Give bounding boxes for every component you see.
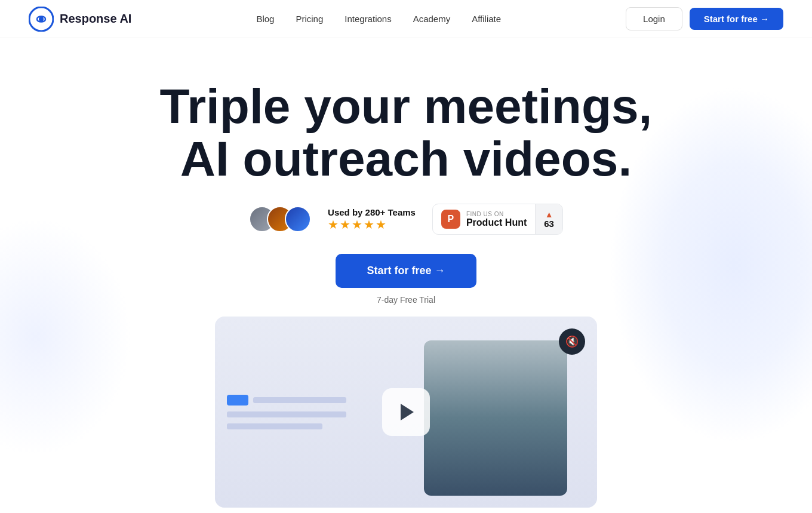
ph-votes: ▲ 63 [535, 204, 562, 234]
nav-academy[interactable]: Academy [413, 14, 451, 24]
hero-cta-button[interactable]: Start for free → [336, 254, 476, 288]
ph-name: Product Hunt [466, 217, 527, 228]
avatar [285, 206, 311, 232]
navigation: Response AI Blog Pricing Integrations Ac… [0, 0, 812, 38]
hero-headline: Triple your meetings, AI outreach videos… [137, 80, 675, 185]
svg-point-1 [39, 17, 44, 21]
cta-section: Start for free → [12, 254, 800, 288]
mute-icon: 🔇 [565, 335, 579, 348]
video-preview-wrapper: 🔇 [215, 317, 597, 508]
avatar-group [249, 206, 311, 232]
video-inner: 🔇 [215, 317, 597, 508]
trial-text: 7-day Free Trial [12, 295, 800, 305]
ph-find-us: FIND US ON [466, 211, 527, 217]
video-panel-left [227, 395, 346, 429]
start-free-button[interactable]: Start for free → [690, 8, 783, 30]
video-person-thumbnail [424, 340, 567, 496]
ph-text: FIND US ON Product Hunt [466, 211, 527, 228]
video-line [253, 397, 346, 403]
video-mute-button[interactable]: 🔇 [559, 328, 585, 355]
used-by-text: Used by 280+ Teams [328, 207, 416, 217]
ph-icon: P [441, 210, 460, 229]
logo-link[interactable]: Response AI [29, 7, 131, 32]
nav-actions: Login Start for free → [626, 7, 783, 30]
nav-blog[interactable]: Blog [256, 14, 274, 24]
video-line [227, 411, 346, 417]
hero-section: Triple your meetings, AI outreach videos… [0, 38, 812, 513]
nav-integrations[interactable]: Integrations [345, 14, 391, 24]
video-row-2 [227, 411, 346, 417]
person-figure [424, 340, 567, 496]
video-row-3 [227, 423, 346, 429]
star-rating: ★★★★★ [328, 217, 416, 232]
ph-arrow: ▲ [545, 210, 553, 219]
nav-links: Blog Pricing Integrations Academy Affili… [256, 14, 501, 24]
bg-blob-left [0, 217, 131, 456]
used-by-block: Used by 280+ Teams ★★★★★ [328, 207, 416, 232]
video-row-1 [227, 395, 346, 406]
nav-affiliate[interactable]: Affiliate [472, 14, 501, 24]
ph-left: P FIND US ON Product Hunt [433, 210, 535, 229]
video-play-button[interactable] [382, 388, 430, 436]
product-hunt-badge[interactable]: P FIND US ON Product Hunt ▲ 63 [432, 204, 563, 235]
social-proof-row: Used by 280+ Teams ★★★★★ P FIND US ON Pr… [12, 204, 800, 235]
login-button[interactable]: Login [626, 7, 682, 30]
play-triangle-icon [401, 404, 414, 420]
video-container: 🔇 [215, 317, 597, 508]
logo-icon [29, 7, 54, 32]
video-tag [227, 395, 248, 406]
video-line [227, 423, 322, 429]
logo-text: Response AI [60, 12, 131, 26]
nav-pricing[interactable]: Pricing [296, 14, 323, 24]
ph-count: 63 [544, 219, 554, 229]
